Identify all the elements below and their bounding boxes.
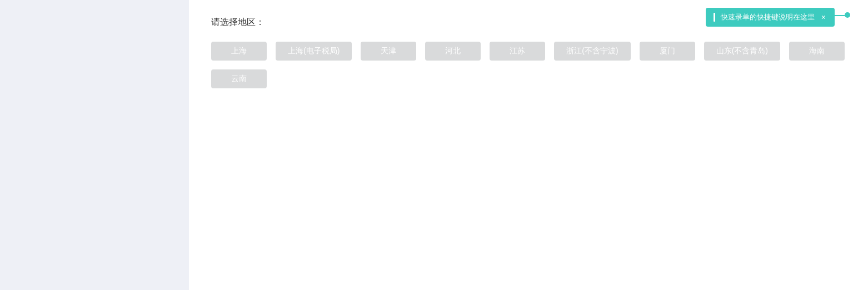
region-buttons-container: 上海上海(电子税局)天津河北江苏浙江(不含宁波)厦门山东(不含青岛)海南云南 [211,42,846,88]
connector-dot [845,12,850,18]
region-button-shandong[interactable]: 山东(不含青岛) [704,42,780,61]
tooltip-banner: 快速录单的快捷键说明在这里 × [706,8,835,27]
connector-line [835,15,845,16]
tooltip-close-button[interactable]: × [820,13,827,21]
region-button-hainan[interactable]: 海南 [789,42,845,61]
region-button-jiangsu[interactable]: 江苏 [490,42,545,61]
region-button-zhejiang[interactable]: 浙江(不含宁波) [554,42,630,61]
tooltip-label: 快速录单的快捷键说明在这里 [721,12,815,22]
region-button-hebei[interactable]: 河北 [425,42,481,61]
main-content: 请选择地区： 上海上海(电子税局)天津河北江苏浙江(不含宁波)厦门山东(不含青岛… [189,0,868,290]
sidebar [0,0,189,290]
region-button-yunnan[interactable]: 云南 [211,69,267,88]
tooltip-bar [714,13,715,22]
region-button-shanghai-etax[interactable]: 上海(电子税局) [276,42,352,61]
region-button-xiamen[interactable]: 厦门 [640,42,695,61]
region-button-shanghai[interactable]: 上海 [211,42,267,61]
region-button-tianjin[interactable]: 天津 [361,42,416,61]
